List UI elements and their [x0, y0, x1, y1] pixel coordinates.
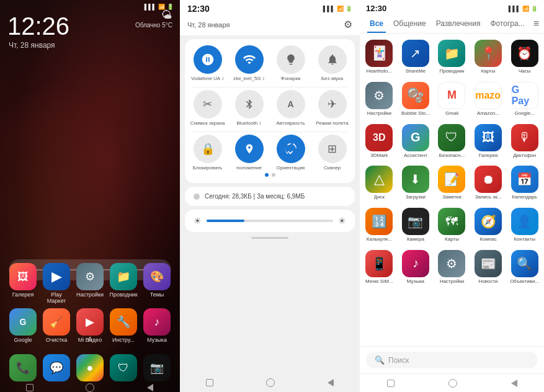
app-play[interactable]: ▶ Play Маркет [41, 263, 72, 305]
app-gallery[interactable]: 🖼 Галерея [7, 263, 38, 305]
qs-toggle-brightness[interactable]: A Автояркость [272, 90, 310, 127]
dock-sms[interactable]: 💬 [41, 354, 72, 383]
location-btn[interactable] [235, 135, 264, 163]
qs-toggle-location[interactable]: положение [230, 135, 268, 171]
flashlight-btn[interactable] [277, 45, 305, 74]
apps-signal-icon: ▌▌▌ [509, 6, 520, 12]
app-photos[interactable]: 🖼 Галерея [471, 122, 506, 161]
qs-toggle-rotation[interactable]: Ориентация [272, 135, 310, 171]
app-dictaphone[interactable]: 🎙 Диктофон [507, 122, 542, 161]
qs-brightness[interactable]: ☀ ☀ [185, 210, 355, 232]
qs-toggle-wifi[interactable]: zloi_inet_5G ↕ [230, 45, 268, 82]
nav-recents-btn[interactable] [24, 382, 35, 392]
app-maps2[interactable]: 🗺 Карты [435, 205, 469, 245]
gpay-icon: G Pay [511, 82, 538, 109]
app-shareme[interactable]: ↗ ShareMe [399, 37, 433, 77]
tab-all[interactable]: Все [365, 17, 388, 30]
apps-search-input[interactable]: 🔍 Поиск [366, 352, 538, 368]
app-explorer[interactable]: 📁 Проводник [435, 37, 469, 77]
rotation-label: Ориентация [277, 166, 305, 171]
app-compass[interactable]: 🧭 Компас [471, 205, 506, 245]
dock-chrome[interactable]: ● [74, 354, 105, 383]
mi-video-icon: ▶ [76, 308, 104, 336]
app-gmail[interactable]: M Gmail [435, 79, 469, 119]
calendar-icon: 📅 [511, 166, 538, 193]
app-gpay[interactable]: G Pay Google... [507, 79, 542, 119]
qs-toggle-flashlight[interactable]: Фонарик [272, 45, 310, 82]
app-themes[interactable]: 🎨 Темы [141, 263, 172, 305]
app-assistant[interactable]: G Ассистент [399, 122, 433, 161]
app-amazon[interactable]: amazon Amazon... [471, 79, 506, 119]
wifi-btn[interactable] [235, 45, 264, 74]
app-security2[interactable]: 🛡 Безопасн... [435, 122, 469, 161]
qs-settings-icon[interactable]: ⚙ [344, 19, 352, 30]
usage-dot-icon [194, 194, 200, 200]
qs-toggle-lock[interactable]: 🔒 Блокировать [189, 135, 226, 171]
music2-icon: ♪ [402, 250, 429, 277]
qs-toggle-screenshot[interactable]: ✂ Снимок экрана [189, 90, 226, 127]
app-screen-rec[interactable]: ⏺ Запись эк... [471, 163, 506, 203]
app-settings3[interactable]: ⚙ Настройки [435, 247, 469, 287]
app-downloads[interactable]: ⬇ Загрузки [399, 163, 433, 203]
qs-toggle-scanner[interactable]: ⊞ Сканер [313, 135, 351, 171]
screenshot-btn[interactable]: ✂ [194, 90, 222, 118]
qs-toggle-bluetooth[interactable]: Bluetooth ↕ [230, 90, 268, 127]
apps-nav-back[interactable] [511, 380, 517, 387]
security2-icon: 🛡 [438, 124, 465, 151]
app-google[interactable]: G Google [7, 308, 38, 344]
app-contacts[interactable]: 👤 Контакты [507, 205, 542, 245]
bluetooth-btn[interactable] [235, 90, 264, 118]
explorer-icon: 📁 [438, 40, 465, 67]
app-bubble[interactable]: 🫧 Bubble Sto... [399, 79, 433, 119]
app-tools[interactable]: 🔧 Инстру... [108, 308, 139, 344]
app-drive[interactable]: △ Диск [362, 163, 396, 203]
apps-nav-recents[interactable] [387, 380, 395, 387]
vodafone-btn[interactable] [194, 45, 222, 74]
lock-btn[interactable]: 🔒 [194, 135, 222, 163]
app-clean[interactable]: 🧹 Очистка [41, 308, 72, 344]
rotation-btn[interactable] [277, 135, 305, 163]
brightness-slider[interactable] [207, 220, 333, 222]
tab-photos[interactable]: Фотогра... [485, 17, 529, 30]
nav-home-btn[interactable] [84, 382, 96, 392]
app-mi-video[interactable]: ▶ Mi Видео [74, 308, 105, 344]
app-files[interactable]: 📁 Проводник [108, 263, 139, 305]
dock-phone[interactable]: 📞 [7, 354, 38, 383]
qs-nav-home[interactable] [266, 378, 275, 387]
qs-nav-back[interactable] [328, 379, 334, 386]
calendar-label: Календарь [512, 195, 537, 200]
dock-camera[interactable]: 📷 [141, 354, 172, 383]
dock-security[interactable]: 🛡 [108, 354, 139, 383]
app-lens[interactable]: 🔍 Объективи... [507, 247, 542, 287]
qs-nav-recents[interactable] [206, 379, 213, 386]
apps-nav-home[interactable] [448, 379, 457, 388]
scanner-btn[interactable]: ⊞ [318, 135, 347, 163]
app-notes[interactable]: 📝 Заметки [435, 163, 469, 203]
app-calc[interactable]: 🔢 Калькуля... [362, 205, 396, 245]
qs-toggle-vodafone[interactable]: Vodafone UA ↕ [189, 45, 226, 82]
app-music2[interactable]: ♪ Музыка [399, 247, 433, 287]
auto-brightness-label: Автояркость [276, 121, 305, 127]
app-settings2[interactable]: ⚙ Настройки [362, 79, 396, 119]
app-maps[interactable]: 📍 Карты [471, 37, 506, 77]
nav-back-btn[interactable] [145, 382, 156, 392]
app-settings[interactable]: ⚙ Настройки [74, 263, 105, 305]
qs-toggle-silent[interactable]: Без звука [313, 45, 351, 82]
silent-btn[interactable] [318, 45, 347, 74]
app-clock[interactable]: ⏰ Часы [507, 37, 542, 77]
qs-toggle-airplane[interactable]: ✈ Режим полета [313, 90, 351, 127]
brightness-fill [207, 220, 244, 222]
auto-brightness-btn[interactable]: A [277, 90, 305, 118]
app-sim[interactable]: 📱 Меню SIM... [362, 247, 396, 287]
airplane-btn[interactable]: ✈ [318, 90, 347, 118]
app-camera2[interactable]: 📷 Камера [399, 205, 433, 245]
app-calendar[interactable]: 📅 Календарь [507, 163, 542, 203]
tab-entertainment[interactable]: Развлечения [431, 17, 486, 30]
security2-label: Безопасн... [439, 153, 465, 159]
app-news[interactable]: 📰 Новости [471, 247, 506, 287]
app-music[interactable]: ♪ Музыка [141, 308, 172, 344]
app-hearthstone[interactable]: 🃏 Hearthsto... [362, 37, 396, 77]
tab-communication[interactable]: Общение [388, 17, 431, 30]
tab-menu-icon[interactable]: ≡ [533, 18, 539, 29]
app-3dmark[interactable]: 3D 3DМark [362, 122, 396, 161]
